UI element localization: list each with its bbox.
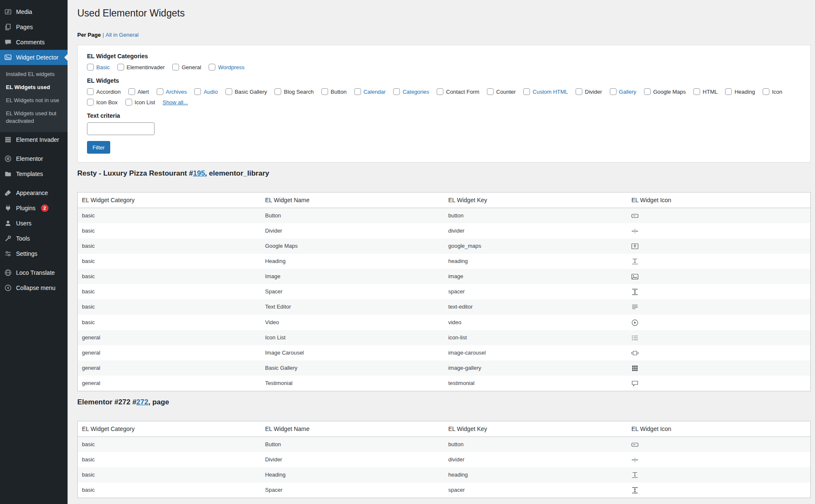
checkbox-google-maps[interactable]: Google Maps [644,88,686,95]
checkbox-box[interactable] [763,88,769,95]
submenu-item-el-widgets-used[interactable]: EL Widgets used [0,81,68,94]
sidebar-item-appearance[interactable]: Appearance [0,185,68,201]
users-icon [4,219,12,228]
widgets-heading: EL Widgets [87,77,801,84]
checkbox-general[interactable]: General [172,64,201,70]
filter-button[interactable]: Filter [87,141,110,154]
sidebar-item-collapse[interactable]: Collapse menu [0,280,68,295]
checkbox-icon-box[interactable]: Icon Box [87,99,118,106]
sidebar-item-templates[interactable]: Templates [0,166,68,182]
cell-category: basic [78,284,261,299]
checkbox-alert[interactable]: Alert [128,88,149,95]
submenu-item-el-widgets-used-but-deactivated[interactable]: EL Widgets used but deactivated [0,107,68,128]
checkbox-basic[interactable]: Basic [87,64,110,70]
sidebar-item-users[interactable]: Users [0,216,68,231]
checkbox-accordion[interactable]: Accordion [87,88,121,95]
checkbox-contact-form[interactable]: Contact Form [437,88,479,95]
checkbox-audio[interactable]: Audio [194,88,217,95]
checkbox-box[interactable] [393,88,400,95]
checkbox-calendar[interactable]: Calendar [354,88,386,95]
checkbox-box[interactable] [194,88,201,95]
post-id-link[interactable]: 272 [136,398,148,406]
image-icon [631,273,638,280]
checkbox-basic-gallery[interactable]: Basic Gallery [225,88,267,95]
checkbox-box[interactable] [576,88,582,95]
column-header-el-widget-icon: EL Widget Icon [627,192,810,208]
text-criteria-input[interactable] [87,122,155,135]
checkbox-custom-html[interactable]: Custom HTML [523,88,568,95]
checkbox-box[interactable] [172,64,179,70]
checkbox-box[interactable] [225,88,232,95]
checkbox-archives[interactable]: Archives [157,88,187,95]
section-title: Elementor #272 #272, page [77,398,811,406]
sidebar-item-widget-detector[interactable]: Widget Detector [0,50,68,65]
checkbox-button[interactable]: Button [321,88,347,95]
cell-name: Divider [261,223,444,238]
sidebar-item-loco-translate[interactable]: Loco Translate [0,265,68,280]
cell-name: Heading [261,254,444,269]
checkbox-box[interactable] [87,99,94,106]
view-all-in-general[interactable]: All in General [106,32,139,38]
sidebar-item-posts[interactable]: Posts [0,0,68,4]
checkbox-box[interactable] [157,88,163,95]
sidebar-item-media[interactable]: Media [0,4,68,19]
cell-category: basic [78,208,261,224]
post-id-link[interactable]: 195 [193,169,205,177]
cell-category: basic [78,223,261,238]
settings-icon [4,249,12,258]
checkbox-wordpress[interactable]: Wordpress [209,64,244,70]
checkbox-box[interactable] [644,88,651,95]
admin-menu-items: PostsMediaPagesCommentsWidget DetectorIn… [0,0,68,295]
cell-category: basic [78,238,261,254]
sidebar-item-tools[interactable]: Tools [0,231,68,246]
table-row: basicText Editortext-editor [78,299,811,314]
templates-icon [4,170,12,178]
checkbox-counter[interactable]: Counter [487,88,516,95]
submenu-item-installed-el-widgets[interactable]: Installed EL widgets [0,68,68,81]
checkbox-categories[interactable]: Categories [393,88,429,95]
checkbox-box[interactable] [487,88,494,95]
checkbox-gallery[interactable]: Gallery [610,88,636,95]
checkbox-box[interactable] [354,88,361,95]
cell-key: image [444,269,627,284]
view-separator: | [103,32,104,38]
sidebar-item-elementor[interactable]: Elementor [0,151,68,166]
sidebar-item-element-invader[interactable]: Element Invader [0,132,68,147]
checkbox-box[interactable] [117,64,124,70]
show-all-link[interactable]: Show all... [163,99,188,106]
sidebar-item-label: Elementor [16,155,43,162]
checkbox-label: Counter [496,89,516,95]
checkbox-box[interactable] [693,88,700,95]
checkbox-blog-search[interactable]: Blog Search [274,88,314,95]
checkbox-icon-list[interactable]: Icon List [125,99,155,106]
sidebar-item-comments[interactable]: Comments [0,35,68,50]
checkbox-heading[interactable]: Heading [725,88,755,95]
checkbox-html[interactable]: HTML [693,88,717,95]
sidebar-item-plugins[interactable]: Plugins2 [0,201,68,216]
sidebar-item-label: Collapse menu [16,285,55,291]
image-carousel-icon [631,350,638,357]
checkbox-box[interactable] [610,88,617,95]
pin-icon [4,0,12,1]
sidebar-item-settings[interactable]: Settings [0,246,68,261]
text-editor-icon [631,303,638,311]
checkbox-elementinvader[interactable]: Elementinvader [117,64,165,70]
checkbox-box[interactable] [87,88,94,95]
view-per-page[interactable]: Per Page [77,32,101,38]
submenu-item-el-widgets-not-in-use[interactable]: EL Widgets not in use [0,94,68,107]
admin-sidebar: PostsMediaPagesCommentsWidget DetectorIn… [0,0,68,504]
checkbox-box[interactable] [274,88,281,95]
checkbox-box[interactable] [437,88,443,95]
checkbox-box[interactable] [209,64,215,70]
cell-icon [627,360,810,376]
checkbox-divider[interactable]: Divider [576,88,602,95]
sidebar-item-pages[interactable]: Pages [0,19,68,35]
checkbox-box[interactable] [128,88,135,95]
checkbox-box[interactable] [125,99,132,106]
collapse-icon [4,284,12,292]
checkbox-icon[interactable]: Icon [763,88,782,95]
checkbox-box[interactable] [523,88,530,95]
checkbox-box[interactable] [725,88,732,95]
checkbox-box[interactable] [87,64,94,70]
checkbox-box[interactable] [321,88,328,95]
